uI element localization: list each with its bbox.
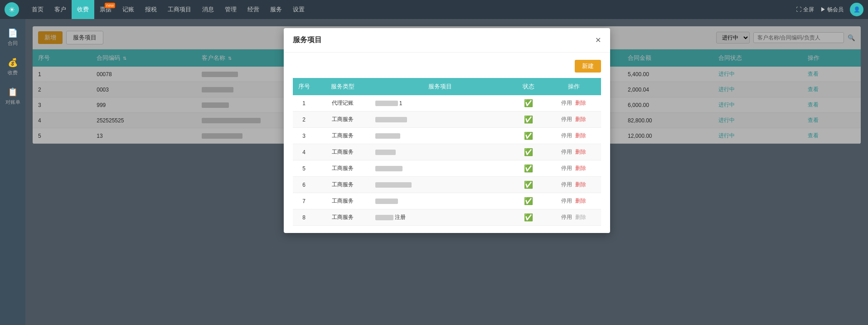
nav-home[interactable]: 首页 bbox=[26, 0, 49, 19]
nav-fee[interactable]: 收费 bbox=[72, 0, 94, 19]
nav-commerce[interactable]: 工商项目 bbox=[162, 0, 197, 19]
disable-link[interactable]: 停用 bbox=[561, 198, 572, 204]
sidebar-item-statement[interactable]: 📋 对账单 bbox=[0, 82, 25, 110]
new-badge: new bbox=[105, 3, 115, 8]
modal-body: 新建 序号 服务类型 服务项目 状态 操作 bbox=[284, 53, 610, 233]
delete-link[interactable]: 删除 bbox=[575, 100, 586, 106]
status-check-icon: ✅ bbox=[524, 132, 533, 140]
disable-link[interactable]: 停用 bbox=[561, 100, 572, 106]
modal-col-ops: 操作 bbox=[547, 78, 601, 95]
nav-settings[interactable]: 设置 bbox=[287, 0, 310, 19]
fullscreen-btn[interactable]: ⛶ 全屏 bbox=[796, 6, 814, 14]
top-navigation: ☀ 首页 客户 收费 票据 new 记账 报税 工商项目 消息 管理 经营 服务… bbox=[0, 0, 868, 19]
app-logo: ☀ bbox=[5, 2, 19, 17]
modal-col-item: 服务项目 bbox=[370, 78, 510, 95]
nav-message[interactable]: 消息 bbox=[197, 0, 219, 19]
modal-table: 序号 服务类型 服务项目 状态 操作 1 代理记账 1 bbox=[293, 78, 601, 226]
delete-link[interactable]: 删除 bbox=[575, 214, 586, 220]
modal-table-row: 7 工商服务 ✅ 停用 删除 bbox=[293, 193, 601, 209]
modal-close-button[interactable]: ✕ bbox=[595, 36, 601, 44]
delete-link[interactable]: 删除 bbox=[575, 198, 586, 204]
delete-link[interactable]: 删除 bbox=[575, 165, 586, 171]
contract-icon: 📄 bbox=[8, 28, 18, 38]
nav-customer[interactable]: 客户 bbox=[49, 0, 72, 19]
modal-table-row: 4 工商服务 ✅ 停用 删除 bbox=[293, 144, 601, 160]
service-items-modal: 服务项目 ✕ 新建 序号 服务类型 服务项目 状态 bbox=[284, 28, 610, 233]
status-check-icon: ✅ bbox=[524, 116, 533, 123]
delete-link[interactable]: 删除 bbox=[575, 181, 586, 188]
disable-link[interactable]: 停用 bbox=[561, 149, 572, 155]
modal-table-row: 5 工商服务 ✅ 停用 删除 bbox=[293, 160, 601, 177]
sidebar: 📄 合同 💰 收费 📋 对账单 bbox=[0, 19, 25, 325]
member-btn[interactable]: ▶ 畅会员 bbox=[820, 6, 844, 14]
modal-table-row: 3 工商服务 ✅ 停用 删除 bbox=[293, 128, 601, 144]
nav-invoice[interactable]: 票据 new bbox=[94, 0, 117, 19]
main-content: 新增 服务项目 进行中 全部 已结束 🔍 序号 合同编码 bbox=[25, 19, 868, 325]
status-check-icon: ✅ bbox=[524, 99, 533, 107]
disable-link[interactable]: 停用 bbox=[561, 214, 572, 220]
modal-toolbar: 新建 bbox=[293, 60, 601, 73]
nav-tax[interactable]: 报税 bbox=[140, 0, 162, 19]
modal-overlay: 服务项目 ✕ 新建 序号 服务类型 服务项目 状态 bbox=[25, 19, 868, 325]
delete-link[interactable]: 删除 bbox=[575, 116, 586, 122]
disable-link[interactable]: 停用 bbox=[561, 116, 572, 122]
status-check-icon: ✅ bbox=[524, 213, 533, 221]
status-check-icon: ✅ bbox=[524, 165, 533, 172]
disable-link[interactable]: 停用 bbox=[561, 132, 572, 139]
disable-link[interactable]: 停用 bbox=[561, 165, 572, 171]
modal-table-row: 6 工商服务 ✅ 停用 删除 bbox=[293, 177, 601, 193]
disable-link[interactable]: 停用 bbox=[561, 181, 572, 188]
modal-table-row: 2 工商服务 ✅ 停用 删除 bbox=[293, 112, 601, 128]
statement-icon: 📋 bbox=[8, 87, 18, 97]
nav-service[interactable]: 服务 bbox=[265, 0, 287, 19]
modal-col-status: 状态 bbox=[510, 78, 547, 95]
modal-new-button[interactable]: 新建 bbox=[575, 60, 601, 73]
modal-table-row: 8 工商服务 注册 ✅ 停用 删除 bbox=[293, 209, 601, 226]
modal-col-seq: 序号 bbox=[293, 78, 315, 95]
main-layout: 📄 合同 💰 收费 📋 对账单 新增 服务项目 进行中 全部 已结束 bbox=[0, 19, 868, 325]
nav-manage[interactable]: 管理 bbox=[219, 0, 242, 19]
nav-right-area: ⛶ 全屏 ▶ 畅会员 👤 bbox=[796, 3, 863, 16]
modal-title: 服务项目 bbox=[293, 35, 322, 45]
user-avatar[interactable]: 👤 bbox=[850, 3, 863, 16]
modal-col-type: 服务类型 bbox=[315, 78, 370, 95]
modal-header: 服务项目 ✕ bbox=[284, 28, 610, 53]
nav-bookkeeping[interactable]: 记账 bbox=[117, 0, 140, 19]
fee-icon: 💰 bbox=[8, 58, 18, 68]
status-check-icon: ✅ bbox=[524, 197, 533, 205]
delete-link[interactable]: 删除 bbox=[575, 132, 586, 139]
status-check-icon: ✅ bbox=[524, 148, 533, 156]
nav-operation[interactable]: 经营 bbox=[242, 0, 265, 19]
delete-link[interactable]: 删除 bbox=[575, 149, 586, 155]
status-check-icon: ✅ bbox=[524, 181, 533, 189]
modal-table-row: 1 代理记账 1 ✅ 停用 删除 bbox=[293, 95, 601, 112]
sidebar-item-contract[interactable]: 📄 合同 bbox=[0, 24, 25, 51]
sidebar-item-fee[interactable]: 💰 收费 bbox=[0, 53, 25, 81]
